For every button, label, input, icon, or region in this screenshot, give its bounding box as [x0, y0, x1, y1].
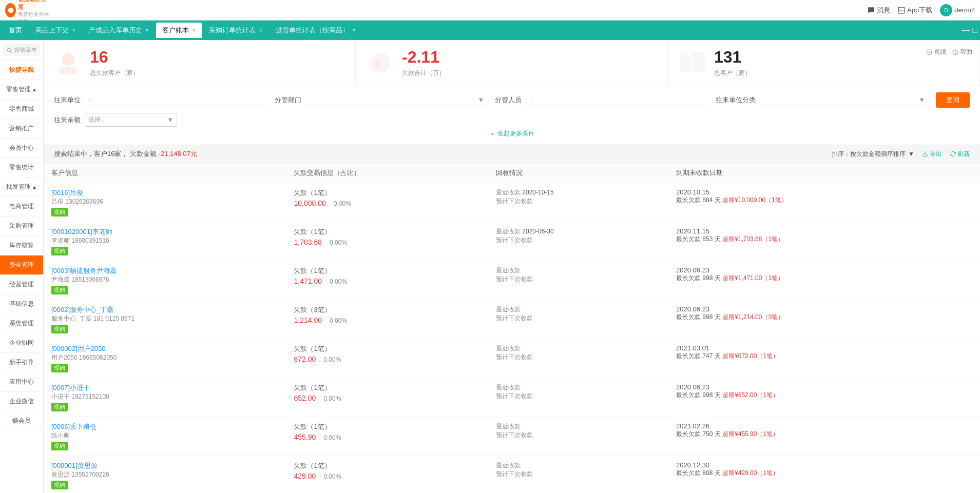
sidebar-item-purchase[interactable]: 采购管理	[0, 216, 43, 236]
window-minimize[interactable]: —	[962, 26, 970, 35]
customer-name-link[interactable]: [0016]吕俊	[51, 189, 83, 196]
customer-tag: 现购	[51, 325, 68, 333]
search-button[interactable]: 查询	[936, 92, 970, 108]
sidebar-item-ecommerce[interactable]: 电商管理	[0, 197, 43, 216]
tab-stock-history[interactable]: 产成品入库单历史 ×	[83, 23, 155, 38]
sort-btn[interactable]: 排序：按欠款金额倒序排序 ▼	[832, 150, 914, 159]
sidebar-item-system[interactable]: 系统管理	[0, 314, 43, 333]
tab-close-customer-account[interactable]: ×	[192, 27, 196, 34]
sidebar-item-basic-info[interactable]: 基础信息	[0, 294, 43, 314]
next-collection-info: 预计下次收款	[496, 392, 661, 401]
filter-balance: 往来余额 选择... ▼	[54, 113, 970, 127]
customer-tag: 现购	[51, 442, 68, 450]
customer-name-link[interactable]: [0006]丢下粮仓	[51, 423, 97, 430]
tab-purchase-order[interactable]: 采购订单统计表 ×	[203, 23, 268, 38]
sidebar-item-vip[interactable]: 畅会员	[0, 411, 43, 431]
overdue-amount-link[interactable]: 超期¥652.00（1笔）	[722, 391, 779, 399]
user-menu[interactable]: D demo2	[940, 4, 975, 16]
tab-close-purchase-order[interactable]: ×	[259, 27, 262, 34]
overdue-amount-link[interactable]: 超期¥1,471.00（1笔）	[722, 274, 784, 282]
customer-name-link[interactable]: [0003]畅捷服务尹海蕊	[51, 267, 117, 274]
filter-category-label: 往来单位分类	[716, 95, 756, 105]
filter-manager-input[interactable]: ···	[526, 94, 708, 106]
tab-close-stock-history[interactable]: ×	[145, 27, 149, 34]
customer-name-link[interactable]: [000002]用户2050	[51, 345, 106, 352]
sidebar-item-member[interactable]: 会员中心	[0, 139, 43, 158]
debt-amount: 455.90	[294, 433, 316, 441]
customer-name-link[interactable]: [000001]黄思源	[51, 462, 98, 469]
table-row: [0016]吕俊 吕俊 13026203696 现购 欠款（1笔） 10,000…	[44, 183, 980, 222]
sidebar-item-finance[interactable]: 资金管理	[0, 255, 43, 275]
tab-home[interactable]: 首页	[3, 23, 28, 38]
next-collection-info: 预计下次收款	[496, 470, 661, 479]
sidebar-item-operation[interactable]: 经营管理	[0, 275, 43, 294]
sidebar-item-inventory[interactable]: 库存核算	[0, 236, 43, 255]
sidebar-item-retail-stats[interactable]: 零售统计	[0, 158, 43, 178]
svg-line-4	[10, 51, 12, 53]
svg-marker-14	[929, 51, 930, 53]
sidebar-item-retail-mall[interactable]: 零售商城	[0, 100, 43, 119]
filter-department-label: 分管部门	[275, 95, 301, 105]
return-info: 最近收款	[496, 344, 661, 353]
export-btn[interactable]: 导出	[922, 150, 942, 159]
overdue-info: 最长欠款 747 天 超期¥672.00（1笔）	[676, 352, 972, 361]
table-row: [0001020001]李老师 李老师 18600391516 现购 欠款（1笔…	[44, 222, 980, 261]
wholesale-arrow-icon: ▲	[32, 184, 37, 190]
refresh-btn[interactable]: 刷新	[950, 150, 970, 159]
filter-category-select[interactable]: ▼	[760, 94, 929, 106]
customer-name-link[interactable]: [0002]服务中心_丁磊	[51, 306, 113, 313]
overdue-amount-link[interactable]: 超期¥455.90（1笔）	[722, 430, 779, 438]
stat-card-debtors: 16 总欠款客户（家）	[44, 40, 356, 86]
overdue-amount-link[interactable]: 超期¥672.00（1笔）	[722, 352, 779, 360]
sidebar-item-quick-nav[interactable]: 快捷导航	[0, 61, 43, 80]
customer-tag: 现购	[51, 247, 68, 255]
data-table: 客户信息 欠款交易信息（占比） 回收情况 到期未收款日期 [0016]吕俊 吕俊…	[44, 163, 980, 493]
svg-rect-6	[59, 67, 76, 74]
overdue-amount-link[interactable]: 超期¥429.00（1笔）	[722, 469, 779, 477]
debt-count: 欠款（1笔）	[294, 422, 481, 431]
filter-counterparty: 往来单位 ···	[54, 94, 267, 106]
stat-icon-debt: ¥	[366, 49, 394, 77]
table-row: [0006]丢下粮仓 陈小帅 现购 欠款（1笔） 455.90 0.00% 最近…	[44, 417, 980, 456]
sidebar-item-app-center[interactable]: 应用中心	[0, 372, 43, 392]
overdue-amount-link[interactable]: 超期¥1,703.68（1笔）	[722, 235, 784, 243]
customer-phone: 陈小帅	[51, 431, 278, 440]
view-video-btn[interactable]: 视频	[926, 48, 946, 56]
collapse-filters-btn[interactable]: 收起更多条件	[54, 127, 970, 141]
customer-tag: 现购	[51, 208, 68, 216]
overdue-info: 最长欠款 998 天 超期¥652.00（1笔）	[676, 391, 972, 400]
filter-balance-label: 往来余额	[54, 115, 81, 125]
sidebar-item-guide[interactable]: 新手引导	[0, 353, 43, 372]
sidebar-item-enterprise[interactable]: 企业协同	[0, 333, 43, 353]
return-info: 最近收款	[496, 422, 661, 431]
tab-product-listing[interactable]: 商品上下架 ×	[29, 23, 82, 38]
table-row: [000001]黄思源 黄思源 13552700226 现购 欠款（1笔） 42…	[44, 456, 980, 494]
tab-purchase-stats[interactable]: 进货单统计表（按商品） ×	[270, 23, 362, 38]
debt-percent: 0.00%	[323, 356, 341, 363]
search-menu[interactable]: 搜索菜单	[0, 40, 43, 61]
customer-name-link[interactable]: [0007]小进干	[51, 384, 90, 391]
sidebar-item-marketing[interactable]: 营销推广	[0, 119, 43, 139]
tab-close-purchase-stats[interactable]: ×	[352, 27, 356, 34]
next-collection-info: 预计下次收款	[496, 197, 661, 206]
overdue-amount-link[interactable]: 超期¥1,214.00（3笔）	[722, 313, 784, 321]
top-right: 消息 App App下载 D demo2	[868, 4, 975, 16]
tab-close-product-listing[interactable]: ×	[72, 27, 75, 34]
debt-count: 欠款（1笔）	[294, 344, 481, 353]
sidebar-item-retail-mgmt[interactable]: 零售管理 ▲	[0, 80, 43, 100]
app-download-btn[interactable]: App App下载	[898, 6, 932, 15]
filter-counterparty-input[interactable]: ···	[85, 94, 267, 106]
sidebar-item-wholesale-mgmt[interactable]: 批发管理 ▲	[0, 178, 43, 197]
customer-name-link[interactable]: [0001020001]李老师	[51, 228, 112, 235]
message-btn[interactable]: 消息	[868, 6, 890, 15]
window-maximize[interactable]: □	[972, 26, 977, 35]
help-btn[interactable]: 帮助	[952, 48, 972, 56]
return-info: 最近收款 2020-06-30	[496, 227, 661, 236]
sidebar-item-wechat[interactable]: 企业微信	[0, 392, 43, 411]
filter-department-select[interactable]: ▼	[305, 94, 488, 106]
customer-phone: 黄思源 13552700226	[51, 470, 278, 479]
filter-balance-select[interactable]: 选择... ▼	[85, 113, 177, 127]
overdue-amount-link[interactable]: 超期¥10,000.00（1笔）	[722, 196, 787, 204]
tab-customer-account[interactable]: 客户账本 ×	[156, 23, 202, 38]
col-header-debt-info: 欠款交易信息（占比）	[286, 163, 488, 183]
